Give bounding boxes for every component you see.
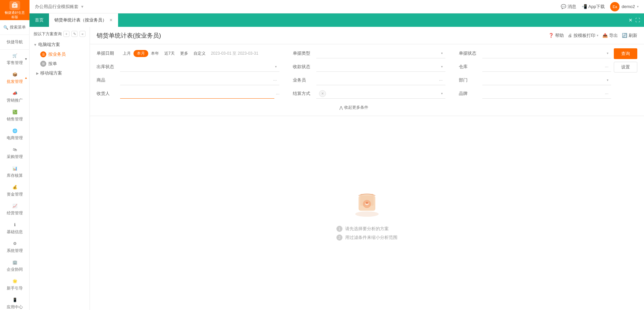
date-custom[interactable]: 自定义	[191, 50, 208, 57]
user-menu[interactable]: Ea demo2 ▾	[610, 2, 639, 11]
app-logo: 畅捷通好生意 标版	[0, 0, 30, 20]
quick-nav[interactable]: 快捷导航	[0, 35, 30, 50]
filter-container: 单据日期 上月 本月 本年 近7天 更多 自定义 2023-03-01 至 20…	[97, 48, 637, 112]
staff-select[interactable]: ···	[316, 75, 445, 85]
payment-tag-remove[interactable]: ×	[321, 91, 324, 96]
print-btn[interactable]: 🖨 按模板打印 ▾	[568, 33, 598, 39]
tab-expand-icon[interactable]: ⛶	[635, 17, 640, 23]
collapse-panel-btn[interactable]: «	[79, 31, 86, 37]
nav-menu: 🛒 零售管理 ▼ 📦 批发管理 ▲ 📣 营销推广 💹 销售管理 🌐 电商管理 🛍…	[0, 50, 29, 310]
sidebar-item-wholesale[interactable]: 📦 批发管理 ▲	[0, 68, 29, 87]
filter-product: 商品 ···	[97, 75, 279, 85]
staff-label: 业务员	[293, 77, 316, 83]
out-status-chevron-icon: ▾	[275, 65, 277, 68]
step-1-text: 请先选择要分析的方案	[345, 226, 389, 232]
tab-home[interactable]: 首页	[30, 13, 49, 27]
print-label: 按模板打印	[574, 33, 595, 39]
system-icon: ⚙	[11, 240, 18, 247]
edit-scheme-btn[interactable]: ✎	[71, 31, 77, 37]
sidebar-item-operations[interactable]: 📈 经营管理	[0, 200, 29, 219]
download-icon: 📲	[582, 4, 587, 9]
consignee-label: 收货人	[97, 91, 120, 97]
date-recent7[interactable]: 近7天	[162, 50, 177, 57]
warehouse-dots: ···	[605, 64, 608, 69]
sidebar-item-purchase[interactable]: 🛍 采购管理	[0, 144, 29, 162]
filter-staff: 业务员 ···	[293, 75, 445, 85]
filter-row-1: 单据日期 上月 本月 本年 近7天 更多 自定义 2023-03-01 至 20…	[97, 48, 611, 58]
query-btn[interactable]: 查询	[614, 48, 637, 59]
tab-close-icon[interactable]: ✕	[109, 18, 113, 22]
tab-sales-report[interactable]: 销货单统计表（按业务员） ✕	[49, 13, 118, 27]
sidebar-item-wholesale-label: 批发管理	[7, 79, 23, 85]
app-download-action[interactable]: 📲 App下载	[582, 4, 605, 10]
logo-text: 畅捷通好生意	[5, 11, 25, 15]
sidebar-item-apps-label: 应用中心	[7, 304, 23, 310]
message-icon: 💬	[561, 4, 566, 9]
filter-brand: 品牌 ···	[459, 89, 611, 99]
search-menu[interactable]: 🔍 搜索菜单	[0, 20, 30, 35]
tab-close-window-icon[interactable]: ✕	[629, 17, 633, 23]
date-prev-month[interactable]: 上月	[120, 50, 133, 57]
date-more[interactable]: 更多	[177, 50, 191, 57]
tab-home-label: 首页	[35, 17, 44, 23]
settings-btn[interactable]: 设置	[614, 62, 637, 72]
marketing-icon: 📣	[11, 90, 18, 97]
sidebar-item-basic[interactable]: ℹ 基础信息	[0, 219, 29, 238]
filter-out-status: 出库状态 ▾	[97, 62, 279, 72]
sidebar-item-newuser[interactable]: 🌟 新手引导	[0, 275, 29, 294]
doc-type-select[interactable]: ▾	[316, 48, 445, 58]
sidebar-item-ecommerce[interactable]: 🌐 电商管理	[0, 125, 29, 144]
collect-status-select[interactable]: ▾	[316, 62, 445, 72]
ecommerce-icon: 🌐	[11, 127, 18, 134]
tree-child-by-staff[interactable]: 业 按业务员	[34, 50, 86, 59]
warehouse-select[interactable]: ···	[482, 62, 611, 72]
step-1-num: 1	[336, 226, 342, 232]
collapse-btn[interactable]: ⋀ 收起更多条件	[339, 105, 368, 110]
apps-icon: 📱	[11, 297, 18, 303]
payment-tag: ×	[319, 90, 326, 97]
doc-status-select[interactable]: ▾	[482, 48, 611, 58]
sidebar-item-system-label: 系统管理	[7, 248, 23, 254]
brand-select[interactable]: ···	[482, 89, 611, 99]
export-label: 导出	[609, 33, 618, 39]
left-panel-actions: + ✎ «	[63, 31, 86, 37]
add-scheme-btn[interactable]: +	[63, 31, 69, 37]
empty-icon	[350, 186, 384, 219]
consignee-input[interactable]	[120, 89, 274, 99]
staff-scheme-icon: 业	[40, 51, 46, 57]
date-this-year[interactable]: 本年	[148, 50, 162, 57]
dept-select[interactable]: ▾	[482, 75, 611, 85]
sidebar-item-inventory[interactable]: 📊 库存核算	[0, 162, 29, 181]
sidebar-item-marketing-label: 营销推广	[7, 98, 23, 103]
message-action[interactable]: 💬 消息	[561, 4, 576, 10]
message-label: 消息	[568, 4, 576, 10]
breadcrumb-arrow: ▾	[81, 4, 84, 9]
sidebar-item-marketing[interactable]: 📣 营销推广	[0, 87, 29, 106]
dept-chevron-icon: ▾	[607, 78, 608, 82]
sidebar-item-apps[interactable]: 📱 应用中心	[0, 294, 29, 310]
sidebar-item-finance[interactable]: 💰 资金管理	[0, 181, 29, 200]
payment-select[interactable]: × ▾	[316, 89, 445, 99]
user-dropdown-icon: ▾	[637, 5, 639, 8]
sidebar-item-ecommerce-label: 电商管理	[7, 135, 23, 141]
out-status-select[interactable]: ▾	[120, 62, 279, 72]
step-2-text: 用过滤条件来缩小分析范围	[345, 235, 397, 241]
sidebar-item-system[interactable]: ⚙ 系统管理	[0, 238, 29, 256]
refresh-btn[interactable]: 🔄 刷新	[622, 33, 637, 39]
export-btn[interactable]: 📤 导出	[602, 33, 618, 39]
tree-child-by-order[interactable]: 按 按单	[34, 59, 86, 68]
tree-desktop[interactable]: ▼ 电脑端方案	[34, 40, 86, 50]
date-this-month[interactable]: 本月	[133, 50, 148, 57]
empty-step-1: 1 请先选择要分析的方案	[336, 226, 397, 232]
sidebar-item-corp[interactable]: 🏢 企业协同	[0, 256, 29, 275]
product-select[interactable]: ···	[120, 75, 279, 85]
sidebar-item-retail[interactable]: 🛒 零售管理 ▼	[0, 50, 29, 68]
print-icon: 🖨	[568, 33, 572, 38]
finance-icon: 💰	[11, 184, 18, 191]
sidebar-item-sales[interactable]: 💹 销售管理	[0, 106, 29, 125]
refresh-icon: 🔄	[622, 33, 627, 38]
svg-point-1	[355, 211, 379, 217]
tree-mobile[interactable]: ▶ 移动端方案	[34, 68, 86, 78]
collapse-label: 收起更多条件	[344, 105, 368, 110]
help-btn[interactable]: ❓ 帮助	[548, 33, 564, 39]
